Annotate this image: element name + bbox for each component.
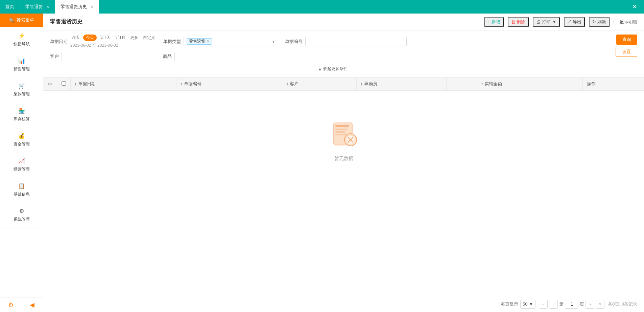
th-bill-number: ↕ 单据编号 [176,77,282,91]
first-page-button[interactable]: « [539,300,548,309]
tab-close-retail-return[interactable]: ✕ [46,5,49,9]
sidebar-settings-button[interactable]: ⚙ [0,297,22,312]
query-button[interactable]: 查询 [616,35,637,45]
show-detail-checkbox[interactable] [614,20,618,24]
date-filter-group: 单据日期 昨天今天近7天近1月更多自定义 2023-06-02 至 2023-0… [50,35,157,48]
date-shortcut-1[interactable]: 今天 [83,35,97,41]
date-shortcut-4[interactable]: 更多 [129,35,140,41]
bill-type-tag-close[interactable]: ✕ [207,39,210,44]
sidebar-item-purchase-mgmt[interactable]: 🛒 采购管理 [0,77,43,102]
sidebar-collapse-button[interactable]: ◀ [22,297,43,312]
tab-retail-return[interactable]: 零售退货✕ [20,0,55,14]
th-bill-number-sort[interactable]: ↕ 单据编号 [181,81,278,87]
prev-page-button[interactable]: ‹ [549,300,558,309]
sidebar-icon-sys-mgmt: ⚙ [18,207,25,215]
refresh-button[interactable]: ↻ 刷新 [589,17,610,27]
bill-type-select[interactable]: 零售退货 ✕ ▼ [184,37,278,46]
header-actions: + 新增 🗑 删除 🖨 打印 ▼ ↗ 导出 ↻ 刷新 显示明细 [484,17,637,27]
th-checkbox[interactable] [57,77,70,91]
th-actions: 操作 [582,77,644,91]
show-detail-toggle[interactable]: 显示明细 [614,19,637,25]
th-customer: ↕ 客户 [282,77,356,91]
filter-fields: 单据日期 昨天今天近7天近1月更多自定义 2023-06-02 至 2023-0… [50,35,616,73]
sidebar-icon-operations: 📈 [18,157,25,164]
sidebar-icon-inventory: 🏪 [18,107,25,114]
tab-home[interactable]: 首页 [0,0,20,14]
export-button[interactable]: ↗ 导出 [564,17,585,27]
customer-placeholder: ... [65,54,68,59]
table-container: ⚙ ↕ 单据日期 ↕ 单据编号 [43,77,644,296]
page-number-input[interactable]: 1 [565,300,578,309]
tab-retail-return-history[interactable]: 零售退货历史✕ [55,0,99,14]
th-settings[interactable]: ⚙ [43,77,57,91]
next-page-button[interactable]: › [586,300,594,309]
sidebar-item-finance[interactable]: 💰 资金管理 [0,127,43,152]
pagination-bar: 每页显示 50 ▼ « ‹ 第 1 页 › » 共0页, 0条记录 [43,296,644,312]
empty-text: 暂无数据 [334,156,353,162]
page-size-dropdown[interactable]: 50 ▼ [520,300,535,309]
sidebar-item-basic-info[interactable]: 📋 基础信息 [0,177,43,202]
window-close-button[interactable]: ✕ [629,2,640,12]
date-shortcut-2[interactable]: 近7天 [99,35,112,41]
th-actual-amount-sort[interactable]: ↕ 实销金额 [481,81,578,87]
date-shortcut-0[interactable]: 昨天 [70,35,81,41]
tab-close-retail-return-history[interactable]: ✕ [90,5,93,9]
sidebar-icon-finance: 💰 [18,132,25,139]
set-button[interactable]: 设置 [616,47,637,57]
sidebar-item-sales-mgmt[interactable]: 📊 销售管理 [0,52,43,77]
empty-state-cell: 暂无数据 [43,91,644,189]
total-info: 共0页, 0条记录 [608,301,637,307]
sidebar-label-quick-nav: 快捷导航 [14,41,30,47]
tab-list: 首页零售退货✕零售退货历史✕ [0,0,629,14]
bill-number-filter-group: 单据编号 [285,37,407,46]
svg-rect-3 [335,131,345,133]
filter-main-row: 单据日期 昨天今天近7天近1月更多自定义 2023-06-02 至 2023-0… [50,35,637,73]
page-header: 零售退货历史 + 新增 🗑 删除 🖨 打印 ▼ ↗ 导出 ↻ 刷新 显示明细 [43,14,644,30]
last-page-button[interactable]: » [596,300,604,309]
bill-type-arrow-icon: ▼ [271,40,275,44]
goods-placeholder: ... [177,54,181,59]
per-page-label: 每页显示 [501,301,518,307]
print-button[interactable]: 🖨 打印 ▼ [533,17,560,27]
date-filter: 昨天今天近7天近1月更多自定义 2023-06-02 至 2023-06-02 [70,35,157,48]
bill-number-input[interactable] [305,37,407,46]
th-customer-sort[interactable]: ↕ 客户 [286,81,352,87]
th-customer-label: ↕ 客户 [286,81,299,87]
table-header-row: ⚙ ↕ 单据日期 ↕ 单据编号 [43,77,644,91]
page-title: 零售退货历史 [50,18,82,25]
sidebar-bottom: ⚙ ◀ [0,297,43,312]
th-guide-sort[interactable]: ↕ 导购员 [361,81,442,87]
sidebar-icon-purchase-mgmt: 🛒 [18,82,25,89]
page-prefix-label: 第 [559,301,564,307]
bill-type-label: 单据类型 [163,39,181,45]
sidebar-label-inventory: 库存核算 [14,116,30,122]
gear-icon: ⚙ [8,301,14,309]
sidebar: 🔍 搜索菜单 ⚡ 快捷导航 📊 销售管理 🛒 采购管理 🏪 库存核算 💰 资金管… [0,14,43,312]
settings-icon[interactable]: ⚙ [48,82,52,87]
customer-select[interactable]: ... [62,52,156,61]
new-button[interactable]: + 新增 [484,17,503,27]
th-spacer [446,77,477,91]
collapse-button[interactable]: ▲ 收起更多条件 [50,65,616,73]
sidebar-icon-basic-info: 📋 [18,182,25,190]
th-bill-date-label: ↕ 单据日期 [75,81,96,87]
th-bill-date-sort[interactable]: ↕ 单据日期 [75,81,172,87]
date-shortcut-5[interactable]: 自定义 [142,35,157,41]
tab-label-retail-return: 零售退货 [25,4,43,10]
sidebar-icon-quick-nav: ⚡ [18,32,25,39]
empty-state-icon [327,118,361,152]
sidebar-item-inventory[interactable]: 🏪 库存核算 [0,102,43,127]
sidebar-item-sys-mgmt[interactable]: ⚙ 系统管理 [0,202,43,227]
sidebar-item-quick-nav[interactable]: ⚡ 快捷导航 [0,27,43,52]
main-layout: 🔍 搜索菜单 ⚡ 快捷导航 📊 销售管理 🛒 采购管理 🏪 库存核算 💰 资金管… [0,14,644,312]
sidebar-item-operations[interactable]: 📈 经营管理 [0,152,43,177]
date-shortcut-3[interactable]: 近1月 [114,35,127,41]
goods-label: 商品 [163,53,172,60]
select-all-checkbox[interactable] [62,81,66,86]
sidebar-search[interactable]: 🔍 搜索菜单 [0,14,43,27]
svg-rect-1 [335,125,349,127]
collapse-icon: ◀ [30,301,34,309]
data-table: ⚙ ↕ 单据日期 ↕ 单据编号 [43,77,644,189]
goods-select[interactable]: ... [174,52,269,61]
delete-button[interactable]: 🗑 删除 [508,17,529,27]
